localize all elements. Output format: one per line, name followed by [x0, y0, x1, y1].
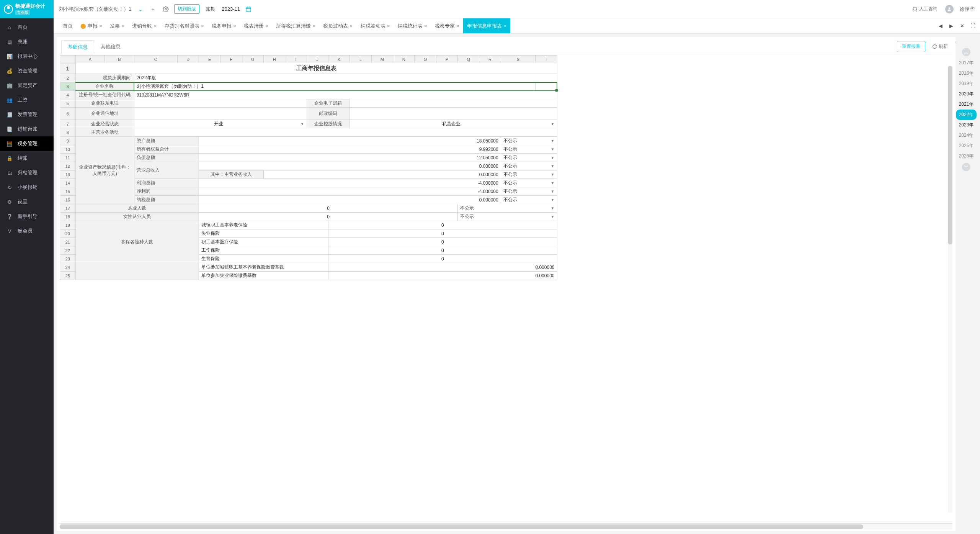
fullscreen-button[interactable]: ⛶ — [968, 21, 978, 31]
col-hdr[interactable]: P — [436, 56, 457, 63]
account-dropdown-icon[interactable]: ⌄ — [137, 5, 144, 14]
tab-9[interactable]: 纳税波动表× — [357, 18, 394, 33]
col-hdr[interactable]: D — [177, 56, 199, 63]
tab-3[interactable]: 进销台账× — [128, 18, 160, 33]
year-option[interactable]: 2021年 — [956, 99, 977, 110]
nav-item-4[interactable]: 🏢固定资产 — [0, 78, 54, 93]
col-hdr[interactable]: J — [307, 56, 328, 63]
nav-item-8[interactable]: 🧮税务管理 — [0, 136, 54, 151]
col-hdr[interactable]: R — [479, 56, 501, 63]
nav-icon: 📊 — [6, 53, 13, 60]
nav-label: 进销台账 — [18, 126, 38, 133]
nav-item-14[interactable]: V畅会员 — [0, 224, 54, 238]
nav-item-5[interactable]: 👥工资 — [0, 93, 54, 107]
tab-7[interactable]: 所得税汇算清缴× — [272, 18, 319, 33]
col-hdr[interactable]: Q — [458, 56, 479, 63]
nav-item-1[interactable]: ▤总账 — [0, 34, 54, 49]
spreadsheet[interactable]: ABCDEFGHIJKLMNOPQRST 1工商年报信息表 2 税款所属期间: … — [60, 55, 952, 520]
add-account-button[interactable]: ＋ — [148, 5, 157, 14]
nav-item-9[interactable]: 🔒结账 — [0, 151, 54, 165]
tab-10[interactable]: 纳税统计表× — [394, 18, 431, 33]
switch-old-button[interactable]: 切到旧版 — [174, 4, 199, 14]
tab-close-icon[interactable]: × — [387, 23, 390, 29]
col-hdr[interactable]: T — [535, 56, 557, 63]
tab-12[interactable]: 年报信息申报表× — [463, 18, 510, 33]
tab-2[interactable]: 发票× — [106, 18, 128, 33]
tabs-next-button[interactable]: ▶ — [946, 21, 956, 31]
year-option[interactable]: 2019年 — [956, 79, 977, 89]
tab-close-icon[interactable]: × — [424, 23, 427, 29]
year-option[interactable]: 2023年 — [956, 120, 977, 130]
col-hdr[interactable]: A — [75, 56, 105, 63]
tab-close-icon[interactable]: × — [201, 23, 204, 29]
col-hdr[interactable]: E — [199, 56, 220, 63]
col-hdr[interactable] — [60, 56, 76, 63]
col-hdr[interactable]: C — [134, 56, 177, 63]
svg-point-5 — [949, 7, 951, 9]
tab-close-icon[interactable]: × — [503, 23, 506, 29]
nav-item-3[interactable]: 💰资金管理 — [0, 64, 54, 78]
calendar-icon[interactable] — [244, 5, 253, 14]
nav-item-6[interactable]: 🧾发票管理 — [0, 107, 54, 122]
col-hdr[interactable]: B — [105, 56, 134, 63]
reset-report-button[interactable]: 重置报表 — [897, 41, 925, 52]
year-option[interactable]: 2022年 — [956, 110, 977, 120]
tab-close-icon[interactable]: × — [233, 23, 236, 29]
tab-close-icon[interactable]: × — [121, 23, 124, 29]
settings-icon[interactable] — [161, 5, 170, 14]
col-hdr[interactable]: S — [501, 56, 535, 63]
tab-label: 年报信息申报表 — [467, 23, 502, 29]
col-hdr[interactable]: O — [415, 56, 436, 63]
consult-button[interactable]: 人工咨询 — [912, 6, 938, 12]
brand-name: 畅捷通好会计 — [15, 3, 45, 9]
nav-item-10[interactable]: 🗂归档管理 — [0, 165, 54, 180]
nav-item-13[interactable]: ❔新手引导 — [0, 209, 54, 224]
tab-0[interactable]: 首页 — [59, 18, 77, 33]
tab-1[interactable]: ⬤申报× — [77, 18, 106, 33]
avatar[interactable] — [945, 5, 954, 13]
tab-close-icon[interactable]: × — [265, 23, 268, 29]
col-hdr[interactable]: H — [263, 56, 285, 63]
col-hdr[interactable]: N — [393, 56, 415, 63]
vertical-scrollbar[interactable] — [948, 66, 952, 513]
nav-label: 工资 — [18, 97, 28, 103]
tab-close-icon[interactable]: × — [312, 23, 315, 29]
subtab-other[interactable]: 其他信息 — [94, 40, 127, 53]
col-hdr[interactable]: G — [242, 56, 263, 63]
col-hdr[interactable]: I — [285, 56, 307, 63]
nav-item-12[interactable]: ⚙设置 — [0, 195, 54, 209]
tab-close-icon[interactable]: × — [456, 23, 459, 29]
nav-item-7[interactable]: 📑进销台账 — [0, 122, 54, 136]
tab-close-icon[interactable]: × — [350, 23, 353, 29]
tab-label: 所得税汇算清缴 — [276, 23, 311, 29]
tab-close-icon[interactable]: × — [154, 23, 157, 29]
horizontal-scrollbar[interactable] — [60, 523, 952, 529]
col-hdr[interactable]: K — [328, 56, 350, 63]
tab-close-icon[interactable]: × — [99, 23, 102, 29]
year-up-button[interactable]: ︽ — [962, 48, 970, 56]
tab-4[interactable]: 存货别名对照表× — [161, 18, 208, 33]
year-option[interactable]: 2024年 — [956, 130, 977, 141]
nav-label: 税务管理 — [18, 140, 38, 147]
nav-item-0[interactable]: ⌂首页 — [0, 20, 54, 34]
year-down-button[interactable]: ︾ — [962, 163, 970, 171]
tab-11[interactable]: 税检专家× — [431, 18, 463, 33]
subtab-basic[interactable]: 基础信息 — [61, 40, 94, 54]
year-option[interactable]: 2017年 — [956, 58, 977, 68]
col-hdr[interactable]: L — [350, 56, 371, 63]
nav-item-2[interactable]: 📊报表中心 — [0, 49, 54, 64]
year-option[interactable]: 2025年 — [956, 141, 977, 151]
nav-icon: 💰 — [6, 67, 13, 74]
year-option[interactable]: 2026年 — [956, 151, 977, 161]
tab-5[interactable]: 税务申报× — [208, 18, 240, 33]
tabs-close-all-button[interactable]: ✕ — [957, 21, 967, 31]
col-hdr[interactable]: F — [220, 56, 242, 63]
col-hdr[interactable]: M — [371, 56, 393, 63]
refresh-button[interactable]: 刷新 — [929, 41, 951, 52]
tabs-prev-button[interactable]: ◀ — [936, 21, 946, 31]
tab-8[interactable]: 税负波动表× — [319, 18, 356, 33]
year-option[interactable]: 2020年 — [956, 89, 977, 99]
nav-item-11[interactable]: ↻小畅报销 — [0, 180, 54, 195]
tab-6[interactable]: 税表清册× — [240, 18, 272, 33]
year-option[interactable]: 2018年 — [956, 68, 977, 79]
